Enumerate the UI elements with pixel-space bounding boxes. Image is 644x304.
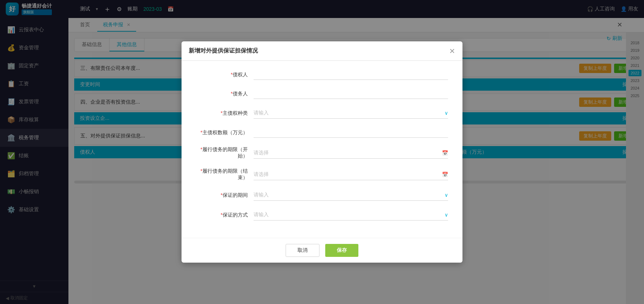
dialog-overlay: 新增对外提供保证担保情况 ✕ *债权人 *债务人 *主债权种类 [0,0,644,304]
label-debtor: *债务人 [196,91,254,97]
dialog-title: 新增对外提供保证担保情况 [189,47,258,55]
form-row-debtor: *债务人 [196,89,448,99]
period-end-placeholder: 请选择 [254,171,442,178]
input-debtor[interactable] [254,89,448,99]
form-row-creditor: *债权人 [196,69,448,80]
cancel-button[interactable]: 取消 [286,244,319,257]
date-period-start[interactable]: 请选择 📅 [254,148,448,159]
input-creditor[interactable] [254,69,448,80]
form-row-guarantee-method: *保证的方式 请输入 ∨ [196,209,448,221]
guarantee-method-placeholder: 请输入 [254,212,444,218]
label-creditor: *债权人 [196,72,254,78]
dialog-close-button[interactable]: ✕ [449,47,455,55]
guarantee-period-placeholder: 请输入 [254,192,444,198]
calendar-start-icon: 📅 [442,150,448,156]
select-claim-type[interactable]: 请输入 ∨ [254,108,448,119]
form-row-claim-type: *主债权种类 请输入 ∨ [196,108,448,119]
input-claim-amount[interactable] [254,127,448,138]
form-row-period-end: *履行债务的期限（结束） 请选择 📅 [196,168,448,181]
form-row-claim-amount: *主债权数额（万元） [196,127,448,138]
guarantee-period-arrow-icon: ∨ [444,192,448,198]
form-row-guarantee-period: *保证的期间 请输入 ∨ [196,190,448,201]
label-period-end: *履行债务的期限（结束） [196,168,254,181]
label-guarantee-period: *保证的期间 [196,192,254,199]
date-period-end[interactable]: 请选择 📅 [254,169,448,180]
dialog-body: *债权人 *债务人 *主债权种类 请输入 ∨ [182,61,462,238]
save-button[interactable]: 保存 [325,244,358,257]
label-claim-amount: *主债权数额（万元） [196,130,254,136]
label-period-start: *履行债务的期限（开始） [196,146,254,159]
period-start-placeholder: 请选择 [254,150,442,156]
calendar-end-icon: 📅 [442,172,448,177]
select-guarantee-method[interactable]: 请输入 ∨ [254,209,448,221]
claim-type-placeholder: 请输入 [254,110,444,116]
select-guarantee-period[interactable]: 请输入 ∨ [254,190,448,201]
label-guarantee-method: *保证的方式 [196,212,254,218]
form-row-period-start: *履行债务的期限（开始） 请选择 📅 [196,146,448,159]
label-claim-type: *主债权种类 [196,110,254,117]
dialog: 新增对外提供保证担保情况 ✕ *债权人 *债务人 *主债权种类 [182,41,462,263]
claim-type-arrow-icon: ∨ [444,110,448,116]
guarantee-method-arrow-icon: ∨ [444,212,448,218]
dialog-header: 新增对外提供保证担保情况 ✕ [182,41,462,61]
dialog-footer: 取消 保存 [182,238,462,263]
